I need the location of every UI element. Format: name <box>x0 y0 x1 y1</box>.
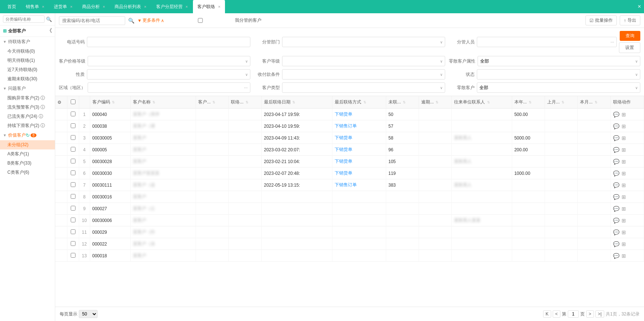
row-checkbox-cell[interactable] <box>67 215 79 226</box>
code-col-header[interactable]: 客户编码 ⇅ <box>90 96 130 109</box>
sidebar-group-value[interactable]: ▼ 价值客户 ↻ 8 <box>0 130 55 140</box>
sidebar-search-icon[interactable]: 🔍 <box>46 17 52 22</box>
chat-icon[interactable]: 💬 <box>613 135 619 141</box>
contact-type-link[interactable]: 下销货单 <box>335 112 352 117</box>
tab-sales[interactable]: 销售单 × <box>21 0 49 13</box>
reset-button[interactable]: 设置 <box>619 42 640 53</box>
sidebar-item-classC[interactable]: C类客户(6) <box>0 168 55 177</box>
last-month-col-header[interactable]: 上月... ⇅ <box>545 96 578 109</box>
chat-icon[interactable]: 💬 <box>613 206 619 212</box>
row-checkbox-cell[interactable] <box>67 179 79 191</box>
phone-input[interactable] <box>87 37 250 47</box>
chat-icon[interactable]: 💬 <box>613 147 619 153</box>
dept-select[interactable]: ∨ <box>282 37 446 47</box>
row-checkbox-cell[interactable] <box>67 238 79 250</box>
chat-icon[interactable]: 💬 <box>613 194 619 200</box>
grid-action-icon[interactable]: ⊞ <box>622 159 626 165</box>
row-checkbox-cell[interactable] <box>67 203 79 215</box>
refresh-icon[interactable]: ↻ <box>26 133 30 138</box>
chat-icon[interactable]: 💬 <box>613 159 619 165</box>
grid-action-icon[interactable]: ⊞ <box>622 147 626 153</box>
contact-person-col-header[interactable]: 往来单位联系人 ⇅ <box>452 96 512 109</box>
contact-type-link[interactable]: 下销货单 <box>335 170 352 176</box>
chat-icon[interactable]: 💬 <box>613 229 619 235</box>
first-page-button[interactable]: K <box>543 310 551 318</box>
payment-select[interactable]: ∨ <box>282 69 446 80</box>
row-settings-icon[interactable] <box>55 215 67 226</box>
sidebar-group-pending[interactable]: ▼ 待联络客户 <box>0 37 55 47</box>
row-settings-icon[interactable] <box>55 179 67 191</box>
tab-product-analysis[interactable]: 商品分析 × <box>78 0 109 13</box>
my-customers-checkbox[interactable] <box>167 18 233 23</box>
select-all-checkbox[interactable] <box>71 99 75 104</box>
grid-action-icon[interactable]: ⊞ <box>622 229 626 235</box>
row-settings-icon[interactable] <box>55 238 67 250</box>
row-settings-icon[interactable] <box>55 109 67 120</box>
row-checkbox[interactable] <box>71 194 75 199</box>
row-settings-icon[interactable] <box>55 120 67 132</box>
tab-customer-contact[interactable]: 客户联络 × <box>193 0 225 13</box>
row-checkbox-cell[interactable] <box>67 144 79 156</box>
retail-select[interactable]: 全部∨ <box>477 82 640 93</box>
settings-col-header[interactable]: ⚙ <box>55 96 67 109</box>
sidebar-item-lost[interactable]: 已流失客户(24) ⓘ <box>0 112 55 121</box>
chat-icon[interactable]: 💬 <box>613 218 619 223</box>
prev-page-button[interactable]: < <box>553 310 560 318</box>
last-contact-type-col-header[interactable]: 最后联络方式 ⇅ <box>332 96 386 109</box>
sidebar-search-input[interactable] <box>3 15 45 23</box>
row-checkbox-cell[interactable] <box>67 156 79 167</box>
sidebar-item-decline[interactable]: 持续下滑客户(2) ⓘ <box>0 121 55 130</box>
page-number-input[interactable] <box>568 310 579 318</box>
row-checkbox[interactable] <box>71 112 75 116</box>
contact-type-link[interactable]: 下销售订单 <box>335 123 357 128</box>
row-settings-icon[interactable] <box>55 191 67 203</box>
row-checkbox-cell[interactable] <box>67 109 79 120</box>
more-conditions-button[interactable]: ▼ 更多条件 ∧ <box>137 17 164 24</box>
contact-type-link[interactable]: 下销货单 <box>335 135 352 140</box>
grid-action-icon[interactable]: ⊞ <box>622 194 626 200</box>
sidebar-item-classA[interactable]: A类客户(1) <box>0 149 55 159</box>
row-settings-icon[interactable] <box>55 203 67 215</box>
last-contact-date-col-header[interactable]: 最后联络日期 ⇅ <box>261 96 332 109</box>
page-size-select[interactable]: 50 100 <box>79 310 98 318</box>
collapse-sidebar-icon[interactable]: 《 <box>47 28 52 34</box>
type-col-header[interactable]: 客户... ⇅ <box>196 96 229 109</box>
row-checkbox[interactable] <box>71 147 75 152</box>
tab-home[interactable]: 首页 <box>3 0 21 13</box>
row-checkbox[interactable] <box>71 123 75 128</box>
batch-operation-button[interactable]: ☑ 批量操作 <box>585 15 617 25</box>
close-customer-tier-icon[interactable]: × <box>186 4 188 9</box>
search-button[interactable]: 🔍 <box>128 18 134 24</box>
row-checkbox-cell[interactable] <box>67 226 79 238</box>
customer-type-select[interactable]: ∨ <box>282 82 446 93</box>
chat-icon[interactable]: 💬 <box>613 241 619 247</box>
row-checkbox[interactable] <box>71 229 75 234</box>
sidebar-item-ungroup[interactable]: 未分组(32) <box>0 140 55 149</box>
grid-action-icon[interactable]: ⊞ <box>622 206 626 212</box>
close-all-button[interactable]: × <box>638 3 641 10</box>
sidebar-group-problem[interactable]: ▼ 问题客户 <box>0 84 55 94</box>
grid-action-icon[interactable]: ⊞ <box>622 112 626 117</box>
sidebar-item-tomorrow[interactable]: 明天待联络(1) <box>0 56 55 65</box>
row-checkbox-cell[interactable] <box>67 120 79 132</box>
sidebar-item-overdue[interactable]: 逾期未联络(30) <box>0 74 55 84</box>
this-year-col-header[interactable]: 本年... ⇅ <box>512 96 545 109</box>
row-checkbox[interactable] <box>71 241 75 246</box>
tab-purchase[interactable]: 进货单 × <box>49 0 77 13</box>
row-checkbox-cell[interactable] <box>67 191 79 203</box>
sidebar-item-classB[interactable]: B类客户(33) <box>0 159 55 168</box>
row-checkbox[interactable] <box>71 218 75 222</box>
name-col-header[interactable]: 客户名称 ⇅ <box>130 96 196 109</box>
contact-type-link[interactable]: 下销售订单 <box>335 182 357 187</box>
customer-level-select[interactable]: ∨ <box>282 56 446 66</box>
sidebar-item-week[interactable]: 近7天待联络(0) <box>0 65 55 74</box>
no-contact-col-header[interactable]: 未联... ⇅ <box>386 96 419 109</box>
tab-customer-tier[interactable]: 客户分层经营 × <box>152 0 192 13</box>
overdue-col-header[interactable]: 逾期... ⇅ <box>419 96 452 109</box>
all-customers-header[interactable]: ⊞ 全部客户 《 <box>0 25 55 37</box>
grid-action-icon[interactable]: ⊞ <box>622 218 626 223</box>
row-settings-icon[interactable] <box>55 132 67 144</box>
row-settings-icon[interactable] <box>55 156 67 167</box>
grid-action-icon[interactable]: ⊞ <box>622 253 626 259</box>
this-month-col-header[interactable]: 本月... ⇅ <box>578 96 610 109</box>
